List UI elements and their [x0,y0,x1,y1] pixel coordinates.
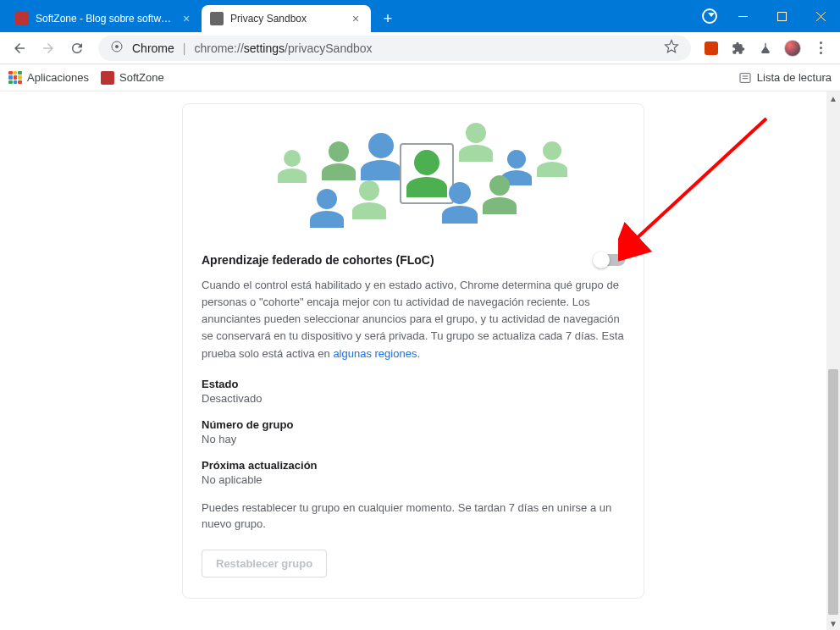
reading-list-button[interactable]: Lista de lectura [738,71,832,85]
apps-label: Aplicaciones [27,71,89,84]
close-tab-icon[interactable]: × [180,12,193,25]
floc-description: Cuando el control está habilitado y en e… [202,277,625,362]
bookmark-softzone[interactable]: SoftZone [101,71,164,85]
address-url: chrome://settings/privacySandbox [194,41,372,55]
svg-rect-6 [740,73,750,82]
favicon-icon [101,71,114,85]
cohort-illustration [183,113,644,240]
browser-toolbar: Chrome | chrome://settings/privacySandbo… [0,32,840,64]
tab-softzone[interactable]: SoftZone - Blog sobre software, t × [7,5,202,32]
bookmark-label: SoftZone [119,71,164,84]
tab-title: SoftZone - Blog sobre software, t [36,13,173,25]
close-tab-icon[interactable]: × [349,12,362,25]
extension-puzzle-icon[interactable] [727,36,750,60]
next-update-value: No aplicable [202,473,625,486]
favicon-icon [15,12,29,25]
group-number-label: Número de grupo [202,418,625,431]
tabs-area: SoftZone - Blog sobre software, t × Priv… [0,0,696,32]
state-label: Estado [202,378,625,390]
svg-rect-1 [777,12,786,20]
maximize-button[interactable] [762,0,801,32]
floc-settings-card: Aprendizaje federado de cohortes (FLoC) … [182,103,644,599]
floc-toggle[interactable] [594,254,625,266]
floc-title: Aprendizaje federado de cohortes (FLoC) [202,253,434,267]
close-window-button[interactable] [801,0,840,32]
reset-group-button[interactable]: Restablecer grupo [202,550,327,578]
forward-button[interactable] [36,36,61,61]
tab-title: Privacy Sandbox [230,13,342,25]
scroll-area: Aprendizaje federado de cohortes (FLoC) … [0,91,826,630]
reload-button[interactable] [64,36,90,61]
tab-privacy-sandbox[interactable]: Privacy Sandbox × [202,5,371,32]
apps-shortcut[interactable]: Aplicaciones [8,71,89,85]
new-tab-button[interactable]: + [376,7,400,30]
browser-menu-button[interactable] [808,41,833,54]
address-chrome-label: Chrome [132,41,174,55]
regions-link[interactable]: algunas regiones [333,347,417,360]
group-number-value: No hay [202,433,625,445]
minimize-button[interactable] [723,0,762,32]
page-content: Aprendizaje federado de cohortes (FLoC) … [0,91,840,630]
extension-office-icon[interactable] [699,36,723,60]
address-bar[interactable]: Chrome | chrome://settings/privacySandbo… [98,36,691,61]
account-badge-icon[interactable] [696,8,723,24]
vertical-scrollbar[interactable]: ▲ ▼ [826,91,840,630]
scroll-up-icon[interactable]: ▲ [826,91,840,105]
extension-lab-icon[interactable] [754,36,777,60]
profile-avatar-icon[interactable] [781,36,804,60]
apps-grid-icon [8,71,22,85]
site-info-icon[interactable] [110,40,124,56]
reading-list-icon [738,71,752,85]
svg-point-5 [115,45,119,48]
state-value: Desactivado [202,392,625,405]
bookmark-star-icon[interactable] [664,39,679,57]
back-button[interactable] [7,36,32,61]
window-titlebar: SoftZone - Blog sobre software, t × Priv… [0,0,840,32]
bookmarks-bar: Aplicaciones SoftZone Lista de lectura [0,64,840,91]
favicon-icon [210,12,224,25]
address-separator: | [183,41,186,55]
reset-description: Puedes restablecer tu grupo en cualquier… [202,500,625,533]
scroll-thumb[interactable] [828,369,838,615]
window-controls [696,0,840,32]
next-update-label: Próxima actualización [202,459,625,472]
scroll-down-icon[interactable]: ▼ [826,616,840,630]
reading-list-label: Lista de lectura [757,71,832,84]
